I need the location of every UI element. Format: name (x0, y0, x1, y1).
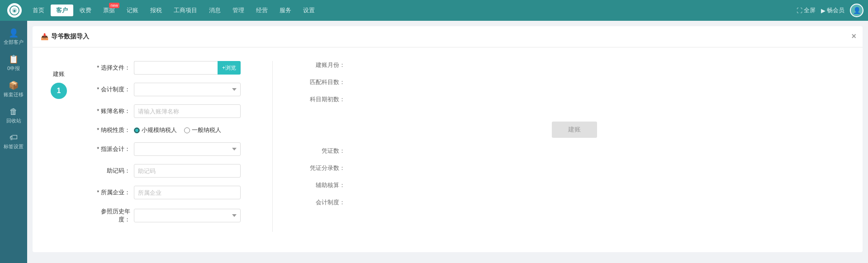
general-taxpayer-radio[interactable] (184, 127, 190, 133)
file-input[interactable] (134, 61, 218, 75)
company-row: * 所属企业： (94, 186, 241, 199)
ledger-name-row: * 账簿名称： (94, 104, 241, 118)
sidebar-item-recycle[interactable]: 🗑 回收站 (1, 103, 26, 127)
accounting-system-select[interactable] (134, 83, 241, 96)
step-circle: 1 (51, 83, 67, 99)
panel-title-icon: 📥 (41, 33, 48, 40)
sidebar-label-tag: 标签设置 (4, 144, 24, 150)
sidebar-label-all-clients: 全部客户 (4, 39, 24, 45)
file-label: * 选择文件： (94, 64, 130, 72)
history-year-row: 参照历史年度： (94, 207, 241, 224)
aux-accounting-label: 辅助核算： (304, 181, 345, 189)
nav-settings[interactable]: 设置 (298, 5, 320, 16)
left-form: * 选择文件： +浏览 * 会计制度： (94, 61, 241, 232)
logo-icon (7, 3, 22, 18)
assign-accountant-label: * 指派会计： (94, 145, 130, 153)
sidebar-item-migration[interactable]: 📦 账套迁移 (1, 77, 26, 101)
right-info: 建账月份： 匹配科目数： 科目期初数： 建账 (304, 61, 844, 232)
tax-nature-label: * 纳税性质： (94, 126, 130, 134)
small-taxpayer-option[interactable]: 小规模纳税人 (134, 126, 177, 134)
sidebar-label-declaration: 0申报 (7, 66, 20, 71)
nav-industry[interactable]: 工商项目 (168, 5, 203, 16)
nav-fee[interactable]: 收费 (74, 5, 97, 16)
sidebar-label-migration: 账套迁移 (4, 92, 24, 98)
migration-icon: 📦 (9, 80, 19, 90)
nav-finance[interactable]: 经营 (251, 5, 273, 16)
tax-radio-group: 小规模纳税人 一般纳税人 (134, 126, 221, 134)
panel-header: 📥 导爷数据导入 × (33, 26, 863, 47)
nav-right: ⛶ 全屏 ▶ 畅会员 👤 (797, 4, 863, 17)
new-badge: new (109, 3, 119, 8)
member-button[interactable]: ▶ 畅会员 (821, 6, 844, 14)
form-area: 建账 1 * 选择文件： +浏览 * 会计制度： (33, 47, 863, 245)
match-subject-label: 匹配科目数： (304, 78, 345, 86)
nav-home[interactable]: 首页 (27, 5, 50, 16)
member-icon: ▶ (821, 7, 825, 14)
tax-nature-row: * 纳税性质： 小规模纳税人 一般纳税人 (94, 126, 241, 134)
nav-tax[interactable]: 报税 (145, 5, 167, 16)
logo (5, 0, 24, 20)
right-accounting-system-row: 会计制度： (304, 198, 844, 207)
avatar-icon: 👤 (853, 7, 861, 14)
build-btn-area: 建账 (304, 122, 844, 138)
sidebar-label-recycle: 回收站 (6, 118, 21, 124)
nav-client[interactable]: 客户 (51, 5, 73, 16)
build-month-row: 建账月份： (304, 61, 844, 69)
step-label: 建账 (53, 70, 65, 78)
assign-accountant-select[interactable] (134, 142, 241, 156)
all-clients-icon: 👤 (9, 28, 19, 38)
tag-icon: 🏷 (9, 133, 18, 142)
voucher-count-row: 凭证数： (304, 147, 844, 155)
sidebar: 👤 全部客户 📋 0申报 📦 账套迁移 🗑 回收站 🏷 标签设置 (0, 21, 27, 263)
nav-invoice[interactable]: 票据 new (98, 5, 120, 16)
import-panel: 📥 导爷数据导入 × 建账 1 * 选择文件： (33, 26, 863, 252)
general-taxpayer-label: 一般纳税人 (192, 126, 221, 134)
nav-account[interactable]: 记账 (121, 5, 144, 16)
vertical-divider (272, 61, 273, 232)
nav-message[interactable]: 消息 (204, 5, 226, 16)
layout: 👤 全部客户 📋 0申报 📦 账套迁移 🗑 回收站 🏷 标签设置 📥 导爷数据导… (0, 21, 868, 263)
voucher-count-label: 凭证数： (304, 147, 345, 155)
company-label: * 所属企业： (94, 188, 130, 197)
subject-initial-label: 科目期初数： (304, 95, 345, 103)
nav-items: 首页 客户 收费 票据 new 记账 报税 工商项目 消息 管理 经营 服务 设… (27, 5, 797, 16)
memo-row: 助记码： (94, 164, 241, 178)
ledger-name-input[interactable] (134, 104, 241, 118)
file-row: * 选择文件： +浏览 (94, 61, 241, 75)
small-taxpayer-label: 小规模纳税人 (142, 126, 177, 134)
top-nav: 首页 客户 收费 票据 new 记账 报税 工商项目 消息 管理 经营 服务 设… (0, 0, 868, 21)
assign-accountant-row: * 指派会计： (94, 142, 241, 156)
company-input[interactable] (134, 186, 241, 199)
general-taxpayer-option[interactable]: 一般纳税人 (184, 126, 221, 134)
panel-title: 导爷数据导入 (51, 33, 89, 41)
sidebar-item-tag[interactable]: 🏷 标签设置 (1, 129, 26, 153)
nav-service[interactable]: 服务 (274, 5, 297, 16)
declaration-icon: 📋 (9, 54, 19, 64)
right-accounting-system-label: 会计制度： (304, 198, 345, 207)
voucher-entry-row: 凭证分录数： (304, 164, 844, 172)
nav-manage[interactable]: 管理 (227, 5, 250, 16)
accounting-system-label: * 会计制度： (94, 85, 130, 94)
voucher-entry-label: 凭证分录数： (304, 164, 345, 172)
small-taxpayer-radio[interactable] (134, 127, 140, 133)
build-month-label: 建账月份： (304, 61, 345, 69)
step-section: 建账 1 (51, 61, 67, 232)
build-button[interactable]: 建账 (552, 122, 597, 138)
main-content: 📥 导爷数据导入 × 建账 1 * 选择文件： (27, 21, 868, 263)
memo-label: 助记码： (94, 167, 130, 175)
sidebar-item-declaration[interactable]: 📋 0申报 (1, 51, 26, 75)
sidebar-item-all-clients[interactable]: 👤 全部客户 (1, 24, 26, 49)
history-year-label: 参照历史年度： (94, 207, 130, 224)
history-year-select[interactable] (134, 209, 241, 222)
fullscreen-button[interactable]: ⛶ 全屏 (797, 6, 816, 14)
close-button[interactable]: × (851, 32, 856, 41)
subject-initial-row: 科目期初数： (304, 95, 844, 103)
aux-accounting-row: 辅助核算： (304, 181, 844, 189)
memo-input[interactable] (134, 164, 241, 178)
accounting-system-row: * 会计制度： (94, 83, 241, 96)
recycle-icon: 🗑 (9, 107, 18, 117)
user-avatar[interactable]: 👤 (850, 4, 863, 17)
file-input-group: +浏览 (134, 61, 241, 75)
ledger-name-label: * 账簿名称： (94, 107, 130, 115)
browse-button[interactable]: +浏览 (218, 61, 241, 75)
